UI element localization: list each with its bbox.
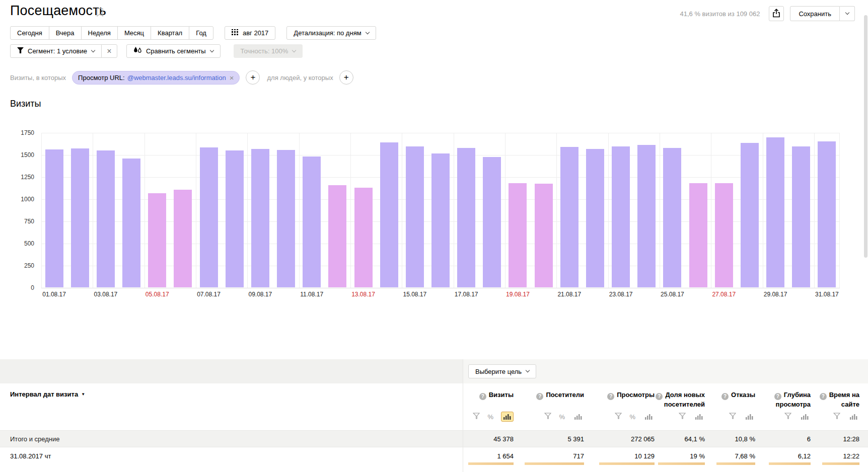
x-tick-label-23.08.17: 23.08.17 <box>609 291 633 298</box>
column-header-3[interactable]: ?Просмотры <box>584 383 655 409</box>
chart-bar-16.08.17[interactable] <box>431 153 450 287</box>
bars-mode-icon[interactable] <box>744 412 755 421</box>
chart-bar-01.08.17[interactable] <box>45 149 63 287</box>
chart-bar-13.08.17[interactable] <box>354 188 373 287</box>
help-icon[interactable]: ? <box>721 393 729 400</box>
chart-bar-29.08.17[interactable] <box>766 137 784 287</box>
filter-funnel-icon[interactable] <box>544 413 551 421</box>
table-divider <box>463 359 463 472</box>
date-range-button[interactable]: авг 2017 <box>225 26 275 40</box>
filter-funnel-icon[interactable] <box>679 413 686 421</box>
export-button[interactable] <box>769 6 784 21</box>
totals-value-5: 10,8 % <box>705 431 755 447</box>
help-icon[interactable]: ? <box>820 393 827 400</box>
column-header-2[interactable]: ?Посетители <box>514 383 584 409</box>
period-button-месяц[interactable]: Месяц <box>117 26 151 40</box>
chart-bar-10.08.17[interactable] <box>277 150 295 287</box>
segment-clear-button[interactable]: × <box>101 44 117 58</box>
bars-mode-icon-active[interactable] <box>501 412 514 422</box>
chip-url-value[interactable]: @webmaster.leads.su/information <box>127 74 226 82</box>
chart-bar-12.08.17[interactable] <box>328 185 346 287</box>
chart-bar-17.08.17[interactable] <box>457 148 475 287</box>
filter-funnel-icon[interactable] <box>833 413 840 421</box>
help-icon[interactable]: ? <box>774 393 781 400</box>
detalization-button[interactable]: Детализация: по дням <box>286 26 376 40</box>
chart-bar-04.08.17[interactable] <box>122 159 140 287</box>
help-icon[interactable]: ? <box>656 393 663 400</box>
row-date-label: 31.08.2017 чт <box>0 447 463 465</box>
chart-bar-05.08.17[interactable] <box>148 193 166 287</box>
chevron-down-icon <box>845 11 849 15</box>
chart-bar-09.08.17[interactable] <box>251 149 269 287</box>
period-button-неделя[interactable]: Неделя <box>81 26 118 40</box>
add-people-condition-button[interactable]: + <box>339 70 353 85</box>
chart-bar-14.08.17[interactable] <box>380 142 398 287</box>
save-menu-button[interactable] <box>840 6 855 21</box>
help-icon[interactable]: ? <box>479 393 486 400</box>
chart-bar-15.08.17[interactable] <box>406 146 424 287</box>
bars-mode-icon[interactable] <box>643 412 655 421</box>
period-button-сегодня[interactable]: Сегодня <box>10 26 49 40</box>
bars-mode-icon[interactable] <box>572 412 584 421</box>
column-header-7[interactable]: ?Время на сайте <box>811 383 859 409</box>
column-header-5[interactable]: ?Отказы <box>705 383 755 409</box>
period-button-вчера[interactable]: Вчера <box>49 26 82 40</box>
percent-mode-icon[interactable]: % <box>629 413 635 421</box>
chip-remove-icon[interactable]: × <box>230 73 234 82</box>
url-filter-chip[interactable]: Просмотр URL: @webmaster.leads.su/inform… <box>72 71 240 85</box>
chart-bar-31.08.17[interactable] <box>818 141 836 287</box>
column-header-6[interactable]: ?Глубина просмотра <box>755 383 811 409</box>
chart-bar-22.08.17[interactable] <box>586 149 604 287</box>
chart-bar-28.08.17[interactable] <box>741 143 759 287</box>
add-visit-condition-button[interactable]: + <box>246 70 260 85</box>
chart-bar-26.08.17[interactable] <box>689 183 707 287</box>
chart-bar-11.08.17[interactable] <box>303 156 321 287</box>
chart-bar-25.08.17[interactable] <box>663 148 681 287</box>
percent-mode-icon[interactable]: % <box>559 413 565 421</box>
help-icon[interactable]: ? <box>607 393 614 400</box>
filter-funnel-icon[interactable] <box>615 413 622 421</box>
chart-bar-30.08.17[interactable] <box>792 146 810 287</box>
compare-segments-button[interactable]: Сравнить сегменты <box>126 44 221 58</box>
drops-icon <box>133 47 146 55</box>
percent-mode-icon[interactable]: % <box>487 413 493 421</box>
period-button-квартал[interactable]: Квартал <box>151 26 189 40</box>
row-value-text: 12:22 <box>843 452 859 460</box>
chart-bar-18.08.17[interactable] <box>483 157 501 287</box>
filter-funnel-icon[interactable] <box>784 413 791 421</box>
chart-bar-23.08.17[interactable] <box>612 146 630 287</box>
chart-bar-19.08.17[interactable] <box>509 183 527 287</box>
help-icon[interactable]: ? <box>536 393 543 400</box>
chart-bar-07.08.17[interactable] <box>200 147 218 287</box>
filter-funnel-icon[interactable] <box>729 413 736 421</box>
save-button[interactable]: Сохранить <box>790 6 840 21</box>
column-header-4[interactable]: ?Доля новых посетителей <box>655 383 705 409</box>
table-row[interactable]: 31.08.2017 чт1 65471710 12919 %7,68 %6,1… <box>0 447 868 465</box>
segment-button[interactable]: Сегмент: 1 условие <box>10 44 102 58</box>
bookmark-icon[interactable] <box>97 8 103 18</box>
gridline-x-26 <box>711 133 711 288</box>
bars-mode-icon[interactable] <box>693 412 705 421</box>
chart-bar-02.08.17[interactable] <box>71 148 89 287</box>
chevron-down-icon <box>365 30 369 34</box>
row-value-text: 717 <box>573 452 584 460</box>
chart-bar-24.08.17[interactable] <box>637 145 656 287</box>
y-tick-label-1000: 1000 <box>9 196 34 203</box>
chart-bar-21.08.17[interactable] <box>560 147 578 287</box>
chart-bar-06.08.17[interactable] <box>174 190 192 287</box>
chart-bar-03.08.17[interactable] <box>97 150 115 287</box>
filter-funnel-icon[interactable] <box>473 413 480 421</box>
period-button-год[interactable]: Год <box>189 26 213 40</box>
chart-bar-20.08.17[interactable] <box>535 184 553 287</box>
calendar-icon <box>232 29 243 37</box>
column-icons-1: % <box>463 409 514 424</box>
select-goal-button[interactable]: Выберите цель <box>468 364 536 378</box>
column-header-1[interactable]: ?Визиты <box>463 383 514 409</box>
vertical-scrollbar[interactable] <box>864 15 867 258</box>
column-header-date-interval[interactable]: Интервал дат визита▼ <box>0 383 463 409</box>
chart-bar-27.08.17[interactable] <box>715 183 733 287</box>
bars-mode-icon[interactable] <box>848 412 859 421</box>
x-tick-label-11.08.17: 11.08.17 <box>300 291 323 298</box>
bars-mode-icon[interactable] <box>799 412 811 421</box>
chart-bar-08.08.17[interactable] <box>226 150 244 287</box>
